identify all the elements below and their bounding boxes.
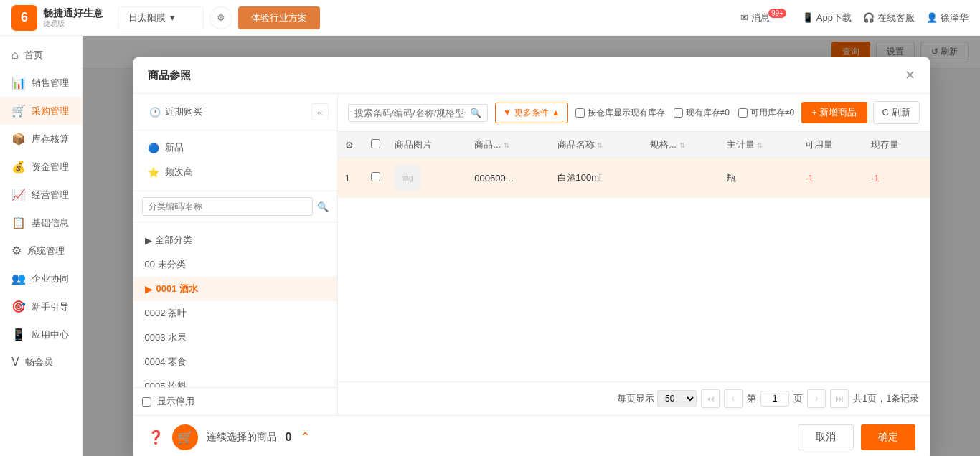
sidebar-item-apps[interactable]: 📱 应用中心 (0, 320, 82, 348)
th-unit[interactable]: 主计量 ⇅ (720, 132, 798, 158)
finance-icon: 💰 (11, 160, 26, 174)
service-nav-item[interactable]: 🎧 在线客服 (863, 11, 915, 24)
collapse-left-button[interactable]: « (311, 103, 329, 120)
th-settings[interactable]: ⚙ (338, 132, 364, 158)
category-search-bar: 🔍 (133, 191, 337, 222)
app-download-nav-item[interactable]: 📱 App下载 (802, 11, 852, 24)
th-name[interactable]: 商品名称 ⇅ (550, 132, 644, 158)
sidebar-item-inventory[interactable]: 📦 库存核算 (0, 125, 82, 153)
category-uncategorized[interactable]: 00 未分类 (133, 252, 337, 277)
user-nav-item[interactable]: 👤 徐泽华 (926, 11, 969, 24)
modal-body: 🕐 近期购买 « 🔵 新品 ⭐ 频次 (133, 94, 930, 415)
category-tea[interactable]: 0002 茶叶 (133, 301, 337, 326)
category-drink[interactable]: 0005 饮料 (133, 374, 337, 387)
checkbox-available-label[interactable]: 可用库存≠0 (738, 107, 794, 119)
category-label: 0002 茶叶 (145, 307, 187, 320)
sidebar-item-sales[interactable]: 📊 销售管理 (0, 69, 82, 97)
row-index: 1 (338, 158, 364, 198)
category-label: 0003 水果 (145, 331, 187, 344)
nav-selector[interactable]: 日太阳膜 ▾ (118, 6, 204, 29)
page-input[interactable] (760, 391, 789, 407)
checkbox-stock-label[interactable]: 现有库存≠0 (674, 107, 730, 119)
logo-text: 畅捷通好生意 捷易版 (43, 7, 103, 28)
sidebar-item-purchase[interactable]: 🛒 采购管理 (0, 97, 82, 125)
category-label: 0004 零食 (145, 356, 187, 369)
cart-icon[interactable]: 🛒 (172, 424, 198, 450)
search-icon[interactable]: 🔍 (317, 201, 329, 212)
service-label: 在线客服 (877, 11, 915, 24)
help-icon[interactable]: ❓ (148, 429, 164, 445)
quick-tab-new[interactable]: 🔵 新品 (142, 136, 329, 159)
footer-right: 取消 确定 (798, 424, 915, 450)
refresh-button[interactable]: C 刷新 (873, 101, 920, 124)
category-all[interactable]: ▶ 全部分类 (133, 228, 337, 252)
headset-icon: 🎧 (863, 12, 875, 23)
show-disabled-checkbox[interactable] (142, 397, 151, 407)
sidebar-item-members[interactable]: V 畅会员 (0, 348, 82, 376)
new-icon: 🔵 (148, 143, 159, 153)
show-disabled-label[interactable]: 显示停用 (157, 395, 194, 408)
sidebar-item-operations[interactable]: 📈 经营管理 (0, 181, 82, 209)
sidebar-item-guide[interactable]: 🎯 新手引导 (0, 293, 82, 320)
category-fruit[interactable]: 0003 水果 (133, 326, 337, 350)
checkbox-warehouse-label[interactable]: 按仓库显示现有库存 (575, 107, 665, 119)
category-alcohol[interactable]: ▶ 0001 酒水 (133, 277, 337, 301)
row-select-checkbox[interactable] (371, 172, 380, 181)
trial-button[interactable]: 体验行业方案 (238, 6, 320, 29)
sidebar-item-system[interactable]: ⚙ 系统管理 (0, 237, 82, 265)
row-code: 000600... (467, 158, 550, 198)
last-page-button[interactable]: ⏭ (830, 389, 849, 408)
product-search-input[interactable] (354, 108, 466, 118)
confirm-button[interactable]: 确定 (861, 424, 915, 450)
home-icon: ⌂ (11, 49, 19, 62)
app-download-label: App下载 (816, 11, 852, 24)
sidebar-item-finance[interactable]: 💰 资金管理 (0, 153, 82, 181)
category-snack[interactable]: 0004 零食 (133, 350, 337, 374)
messages-nav-item[interactable]: ✉ 消息 99+ (740, 11, 791, 24)
settings-icon[interactable]: ⚙ (209, 6, 232, 29)
quick-tab-frequent[interactable]: ⭐ 频次高 (142, 161, 329, 184)
active-tri-icon: ▶ (145, 284, 152, 295)
modal-right-toolbar: 🔍 ▼ 更多条件 ▲ 按仓库显示现有库存 (338, 94, 930, 132)
sidebar-item-label: 采购管理 (32, 105, 69, 118)
next-page-button[interactable]: › (807, 389, 826, 408)
modal-close-button[interactable]: ✕ (905, 67, 915, 83)
gear-icon[interactable]: ⚙ (345, 140, 354, 151)
top-nav: 6 畅捷通好生意 捷易版 日太阳膜 ▾ ⚙ 体验行业方案 ✉ 消息 99+ 📱 … (0, 0, 980, 36)
cancel-button[interactable]: 取消 (798, 424, 854, 450)
quick-tab-label: 频次高 (165, 166, 193, 179)
filter-label: 更多条件 (514, 107, 549, 119)
search-icon[interactable]: 🔍 (470, 108, 481, 118)
basics-icon: 📋 (11, 216, 26, 229)
checkbox-warehouse[interactable] (575, 108, 585, 118)
cooperation-icon: 👥 (11, 272, 26, 285)
sidebar-item-cooperation[interactable]: 👥 企业协同 (0, 265, 82, 293)
page-size-dropdown[interactable]: 10 20 50 100 (657, 390, 697, 407)
sidebar-item-label: 系统管理 (27, 244, 65, 257)
category-label: 0005 饮料 (145, 380, 187, 387)
row-checkbox[interactable] (364, 158, 387, 198)
category-search-input[interactable] (142, 197, 313, 216)
collapse-icon[interactable]: ⌃ (300, 429, 311, 445)
guide-icon: 🎯 (11, 300, 26, 313)
messages-label: 消息 (751, 11, 770, 24)
checkbox-available[interactable] (738, 108, 748, 118)
toolbar-right: + 新增商品 C 刷新 (801, 101, 919, 124)
row-name: 白酒100ml (550, 158, 644, 198)
sidebar-item-home[interactable]: ⌂ 首页 (0, 42, 82, 69)
first-page-button[interactable]: ⏮ (701, 389, 720, 408)
page-size-select: 每页显示 10 20 50 100 (617, 390, 697, 407)
system-icon: ⚙ (11, 244, 22, 257)
select-all-checkbox[interactable] (371, 139, 380, 148)
row-unit: 瓶 (720, 158, 798, 198)
th-checkbox[interactable] (364, 132, 387, 158)
sidebar-item-basics[interactable]: 📋 基础信息 (0, 209, 82, 237)
quick-recent-button[interactable]: 🕐 近期购买 (142, 101, 209, 123)
add-product-button[interactable]: + 新增商品 (801, 102, 867, 123)
filter-button[interactable]: ▼ 更多条件 ▲ (495, 103, 568, 123)
th-code[interactable]: 商品... ⇅ (467, 132, 550, 158)
table-row[interactable]: 1 img 000600... 白酒100ml (338, 158, 930, 198)
checkbox-stock[interactable] (674, 108, 683, 118)
prev-page-button[interactable]: ‹ (724, 389, 743, 408)
th-spec[interactable]: 规格... ⇅ (643, 132, 719, 158)
